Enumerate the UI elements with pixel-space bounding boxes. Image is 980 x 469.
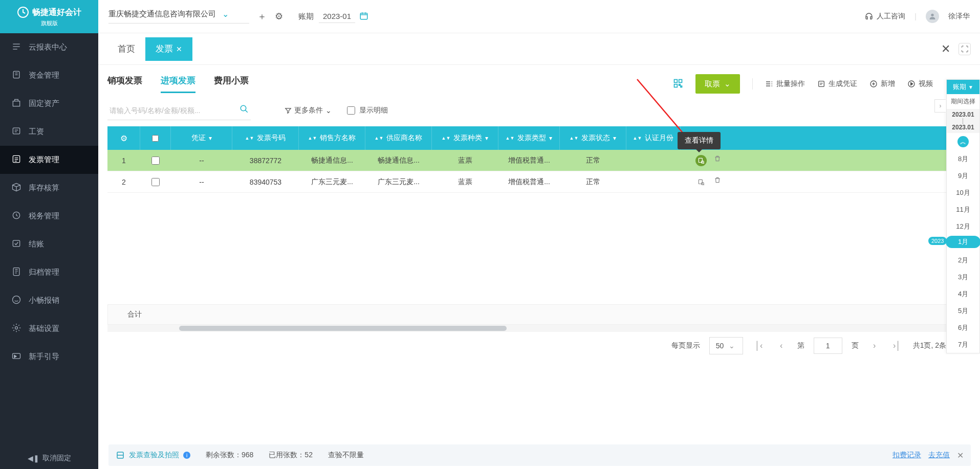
col-kind[interactable]: ▲▼发票种类▾ xyxy=(432,126,498,150)
fp-range[interactable]: 2023.01 │ 2023.01 xyxy=(947,109,979,133)
fp-scroll-up[interactable]: ︽ xyxy=(947,133,979,150)
fp-month-3月[interactable]: 3月 xyxy=(947,269,979,285)
show-detail-input[interactable] xyxy=(347,106,355,115)
gen-voucher-button[interactable]: 生成凭证 xyxy=(817,79,857,88)
subtab-sales[interactable]: 销项发票 xyxy=(107,75,142,93)
filter-icon[interactable]: ▾ xyxy=(613,135,616,142)
col-month[interactable]: ▲▼认证月份 xyxy=(626,126,681,150)
view-detail-icon[interactable] xyxy=(695,176,707,188)
collapse-panel-icon[interactable]: › xyxy=(934,99,946,113)
sidebar-item-6[interactable]: 税务管理 xyxy=(0,202,98,230)
sidebar-item-9[interactable]: 小畅报销 xyxy=(0,286,98,315)
gear-icon[interactable]: ⚙ xyxy=(120,133,127,143)
fp-month-9月[interactable]: 9月 xyxy=(947,167,979,184)
add-button[interactable]: 新增 xyxy=(869,79,895,88)
sidebar-item-1[interactable]: 资金管理 xyxy=(0,61,98,90)
last-page-button[interactable]: ›│ xyxy=(890,339,904,352)
close-bottom-icon[interactable]: ✕ xyxy=(957,451,964,460)
sort-icon[interactable]: ▲▼ xyxy=(633,136,642,140)
per-page-select[interactable]: 50 ⌄ xyxy=(709,337,743,354)
tab-invoice[interactable]: 发票 ✕ xyxy=(145,37,192,61)
horizontal-scrollbar[interactable] xyxy=(107,325,971,332)
video-label: 视频 xyxy=(919,79,933,88)
fp-month-12月[interactable]: 12月 xyxy=(947,218,979,235)
fp-month-6月[interactable]: 6月 xyxy=(947,319,979,336)
row-checkbox[interactable] xyxy=(151,157,160,165)
next-page-button[interactable]: › xyxy=(868,339,881,352)
select-all-checkbox[interactable] xyxy=(152,135,159,142)
info-icon[interactable]: i xyxy=(183,452,190,459)
add-company-icon[interactable]: ＋ xyxy=(257,10,267,23)
avatar-icon[interactable] xyxy=(926,10,939,23)
float-panel-header[interactable]: 账期▼ xyxy=(947,80,979,94)
first-page-button[interactable]: │‹ xyxy=(752,339,766,352)
scroll-thumb[interactable] xyxy=(179,326,507,331)
fp-month-4月[interactable]: 4月 xyxy=(947,285,979,302)
filter-icon[interactable]: ▾ xyxy=(549,135,552,142)
tab-home[interactable]: 首页 xyxy=(107,37,145,61)
user-name[interactable]: 徐泽华 xyxy=(948,12,970,21)
sidebar-item-7[interactable]: 结账 xyxy=(0,230,98,258)
col-seller[interactable]: ▲▼销售方名称 xyxy=(299,126,365,150)
subtab-purchase[interactable]: 进项发票 xyxy=(161,75,195,93)
sort-icon[interactable]: ▲▼ xyxy=(308,136,317,140)
close-tab-icon[interactable]: ✕ xyxy=(176,45,182,53)
headset-icon[interactable]: 人工咨询 xyxy=(864,12,905,21)
filter-icon[interactable]: ▾ xyxy=(209,135,212,142)
col-invoice-no[interactable]: ▲▼发票号码 xyxy=(232,126,299,150)
search-input[interactable] xyxy=(110,106,239,115)
prev-page-button[interactable]: ‹ xyxy=(775,339,788,352)
delete-icon[interactable] xyxy=(714,176,721,188)
fp-month-5月[interactable]: 5月 xyxy=(947,302,979,319)
company-selector[interactable]: 重庆畅捷交通信息咨询有限公司 ⌄ xyxy=(108,9,249,24)
col-type[interactable]: ▲▼发票类型▾ xyxy=(498,126,560,150)
col-supplier[interactable]: ▲▼供应商名称 xyxy=(365,126,432,150)
delete-icon[interactable] xyxy=(714,155,721,166)
fp-month-7月[interactable]: 7月 xyxy=(947,336,979,353)
sort-icon[interactable]: ▲▼ xyxy=(570,136,579,140)
search-icon[interactable] xyxy=(239,104,249,116)
sidebar-item-8[interactable]: 归档管理 xyxy=(0,258,98,286)
table-row[interactable]: 1--38872772畅捷通信息...畅捷通信息...蓝票增值税普通...正常 xyxy=(107,150,971,171)
sidebar-item-3[interactable]: 工资 xyxy=(0,118,98,146)
sort-icon[interactable]: ▲▼ xyxy=(506,136,515,140)
filter-icon[interactable]: ▾ xyxy=(485,135,488,142)
col-voucher[interactable]: 凭证▾ xyxy=(171,126,232,150)
calendar-icon[interactable] xyxy=(359,11,368,22)
row-checkbox[interactable] xyxy=(151,178,160,186)
close-all-icon[interactable]: ✕ xyxy=(938,39,953,59)
more-filters-button[interactable]: 更多条件 ⌄ xyxy=(285,106,332,115)
page-input[interactable] xyxy=(814,338,842,354)
view-detail-icon[interactable] xyxy=(695,155,707,166)
company-settings-icon[interactable]: ⚙ xyxy=(275,11,283,22)
fp-month-11月[interactable]: 11月 xyxy=(947,201,979,218)
qr-icon[interactable] xyxy=(673,78,683,90)
fp-month-2月[interactable]: 2月 xyxy=(947,252,979,269)
sidebar-item-5[interactable]: 库存核算 xyxy=(0,174,98,202)
sidebar-item-11[interactable]: 新手引导 xyxy=(0,343,98,371)
sidebar-item-4[interactable]: 发票管理 xyxy=(0,146,98,174)
batch-ops-button[interactable]: 批量操作 xyxy=(765,79,805,88)
fp-month-10月[interactable]: 10月 xyxy=(947,184,979,201)
sidebar-item-0[interactable]: 云报表中心 xyxy=(0,33,98,61)
col-status[interactable]: ▲▼发票状态▾ xyxy=(560,126,626,150)
sidebar-item-10[interactable]: 基础设置 xyxy=(0,315,98,343)
table-row[interactable]: 2--83940753广东三元麦...广东三元麦...蓝票增值税普通...正常 xyxy=(107,171,971,193)
nav-icon xyxy=(11,154,21,166)
period-value[interactable]: 2023-01 xyxy=(319,10,355,23)
fetch-invoice-button[interactable]: 取票 ⌄ xyxy=(695,74,740,94)
sort-icon[interactable]: ▲▼ xyxy=(375,136,384,140)
sort-icon[interactable]: ▲▼ xyxy=(442,136,451,140)
fp-month-8月[interactable]: 8月 xyxy=(947,150,979,167)
bottom-title[interactable]: 发票查验及拍照 xyxy=(129,451,179,460)
sort-icon[interactable]: ▲▼ xyxy=(245,136,254,140)
show-detail-checkbox[interactable]: 显示明细 xyxy=(347,106,388,115)
history-link[interactable]: 扣费记录 xyxy=(892,451,921,460)
recharge-link[interactable]: 去充值 xyxy=(928,451,950,460)
subtab-expense[interactable]: 费用小票 xyxy=(214,75,249,93)
sidebar-item-2[interactable]: 固定资产 xyxy=(0,90,98,118)
video-button[interactable]: 视频 xyxy=(907,79,933,88)
fp-active-month[interactable]: 1月 xyxy=(946,236,980,248)
unpin-button[interactable]: ◀❚ 取消固定 xyxy=(0,448,98,469)
fullscreen-icon[interactable]: ⛶ xyxy=(959,43,971,55)
